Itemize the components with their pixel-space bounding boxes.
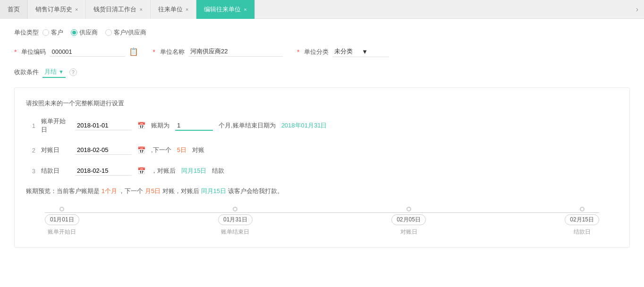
unit-code-input[interactable] (50, 47, 125, 57)
settlement-date-calendar-icon[interactable]: 📅 (137, 167, 145, 175)
tab-sales-history-close[interactable]: × (75, 7, 78, 12)
payment-condition-label: 收款条件 (14, 68, 39, 76)
radio-both[interactable]: 客户/供应商 (105, 28, 146, 37)
timeline-label-2: 01月31日 (218, 214, 253, 225)
unit-info-row: * 单位编码 📋 * 单位名称 * 单位分类 未分类 ▼ (14, 46, 630, 57)
settlement-highlight: 同月15日 (181, 167, 206, 175)
timeline: 01月01日 账单开始日 01月31日 账单结束日 02月05日 对账日 (45, 207, 599, 236)
panel-title: 请按照未来的一个完整帐期进行设置 (26, 99, 618, 108)
end-date-highlight: 2018年01月31日 (281, 121, 327, 130)
radio-both-label: 客户/供应商 (114, 28, 146, 37)
timeline-sublabel-3: 对账日 (400, 228, 417, 236)
timeline-sublabel-1: 账单开始日 (48, 228, 76, 236)
timeline-point-1: 01月01日 账单开始日 (45, 207, 79, 236)
start-date-calendar-icon[interactable]: 📅 (137, 122, 145, 129)
timeline-sublabel-2: 账单结束日 (221, 228, 249, 236)
unit-type-field: 单位类型 客户 供应商 客户/供应商 (14, 28, 146, 37)
reconcile-highlight: 5日 (177, 146, 186, 154)
payment-condition-row: 收款条件 月结 ▼ ? (14, 67, 630, 78)
row-num-2: 2 (26, 147, 35, 154)
row-desc-2-suffix: 对账 (192, 146, 204, 154)
main-content: 单位类型 客户 供应商 客户/供应商 * 单位编码 (0, 19, 644, 287)
unit-category-value: 未分类 (334, 47, 360, 56)
tab-counterparty[interactable]: 往来单位 × (151, 0, 196, 19)
row-label-1: 账单开始日 (41, 117, 69, 134)
timeline-dot-4 (580, 207, 585, 211)
preview-part2-orange: 月5日 (145, 187, 161, 194)
unit-category-chevron: ▼ (362, 48, 387, 55)
tab-sales-history-label: 销售订单历史 (35, 5, 72, 14)
row-desc-3-prefix: ，对账后 (151, 167, 176, 175)
unit-type-row: 单位类型 客户 供应商 客户/供应商 (14, 28, 630, 37)
tab-cash-work-label: 钱货日清工作台 (93, 5, 136, 14)
unit-code-label: 单位编码 (21, 48, 46, 56)
timeline-label-1: 01月01日 (45, 214, 79, 225)
row-label-3: 结款日 (41, 167, 69, 175)
timeline-dot-1 (59, 207, 64, 211)
tab-edit-counterparty-close[interactable]: × (244, 7, 246, 12)
timeline-container: 01月01日 账单开始日 01月31日 账单结束日 02月05日 对账日 (26, 207, 618, 236)
setting-row-1: 1 账单开始日 📅 账期为 个月,账单结束日期为 2018年01月31日 (26, 117, 618, 134)
reconcile-date-calendar-icon[interactable]: 📅 (137, 146, 145, 154)
timeline-label-4: 02月15日 (565, 214, 599, 225)
tab-counterparty-close[interactable]: × (186, 7, 188, 12)
radio-customer-label: 客户 (51, 28, 63, 37)
preview-part1-mid: ，下一个 (119, 187, 143, 194)
tab-home-label: 首页 (8, 5, 20, 14)
unit-name-input[interactable] (188, 47, 283, 57)
preview-label: 账期预览：当前客户账期是 (26, 187, 100, 194)
setting-panel: 请按照未来的一个完整帐期进行设置 1 账单开始日 📅 账期为 个月,账单结束日期… (14, 87, 630, 248)
unit-type-radio-group: 客户 供应商 客户/供应商 (42, 28, 146, 37)
unit-category-star: * (297, 48, 299, 56)
tab-edit-counterparty[interactable]: 编辑往来单位 × (196, 0, 254, 19)
preview-text: 账期预览：当前客户账期是 1个月 ，下一个 月5日 对账，对账后 同月15日 该… (26, 187, 618, 195)
tab-more-button[interactable]: › (630, 5, 644, 14)
unit-category-field: * 单位分类 未分类 ▼ (297, 46, 389, 57)
payment-condition-value: 月结 (44, 68, 57, 76)
settlement-date-input[interactable] (75, 166, 132, 176)
unit-code-icon[interactable]: 📋 (129, 47, 138, 56)
tab-counterparty-label: 往来单位 (158, 5, 183, 14)
radio-supplier[interactable]: 供应商 (71, 28, 98, 37)
unit-name-star: * (153, 48, 155, 56)
row-desc-2-prefix: ,下一个 (151, 146, 171, 154)
radio-customer[interactable]: 客户 (42, 28, 63, 37)
tab-bar: 首页 销售订单历史 × 钱货日清工作台 × 往来单位 × 编辑往来单位 × › (0, 0, 644, 19)
tab-cash-work[interactable]: 钱货日清工作台 × (86, 0, 150, 19)
preview-part2-mid: 对账，对账后 (162, 187, 199, 194)
radio-supplier-label: 供应商 (79, 28, 98, 37)
tab-sales-history[interactable]: 销售订单历史 × (28, 0, 86, 19)
row-num-1: 1 (26, 122, 35, 129)
row-desc-1-suffix: 个月,账单结束日期为 (219, 121, 276, 130)
timeline-point-3: 02月05日 对账日 (391, 207, 426, 236)
start-date-input[interactable] (75, 121, 132, 130)
timeline-sublabel-4: 结款日 (574, 228, 591, 236)
payment-condition-select[interactable]: 月结 ▼ (42, 67, 66, 78)
timeline-point-4: 02月15日 结款日 (565, 207, 599, 236)
preview-part3-end: 该客户会给我打款。 (228, 187, 283, 194)
payment-help-icon[interactable]: ? (69, 68, 77, 76)
unit-type-label: 单位类型 (14, 28, 39, 37)
unit-category-select[interactable]: 未分类 ▼ (332, 46, 389, 57)
setting-row-2: 2 对账日 📅 ,下一个 5日 对账 (26, 145, 618, 155)
reconcile-date-input[interactable] (75, 145, 132, 155)
row-desc-1-prefix: 账期为 (151, 121, 169, 130)
preview-part1-orange: 1个月 (102, 187, 117, 194)
timeline-dot-2 (233, 207, 237, 211)
radio-both-circle (105, 29, 112, 36)
unit-name-label: 单位名称 (160, 48, 185, 56)
setting-row-3: 3 结款日 📅 ，对账后 同月15日 结款 (26, 166, 618, 176)
unit-code-star: * (14, 48, 17, 56)
unit-name-field: * 单位名称 (153, 47, 282, 57)
row-label-2: 对账日 (41, 146, 69, 154)
period-input[interactable] (175, 121, 213, 131)
tab-home[interactable]: 首页 (0, 0, 28, 19)
tab-edit-counterparty-label: 编辑往来单位 (204, 5, 241, 14)
timeline-point-2: 01月31日 账单结束日 (218, 207, 253, 236)
unit-code-field: * 单位编码 📋 (14, 47, 138, 57)
tab-cash-work-close[interactable]: × (139, 7, 142, 12)
radio-supplier-circle (71, 29, 77, 36)
timeline-label-3: 02月05日 (391, 214, 426, 225)
timeline-dot-3 (407, 207, 411, 211)
preview-part3-teal: 同月15日 (201, 187, 226, 194)
